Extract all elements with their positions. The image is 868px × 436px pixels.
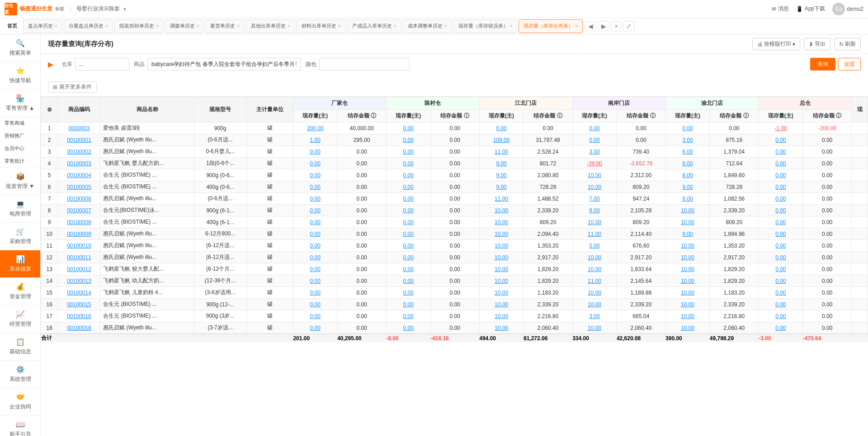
sidebar-item-wholesale[interactable]: 📦 批发管理 ▼	[0, 168, 40, 195]
collapse-arrow[interactable]: ▶	[48, 60, 53, 69]
tab-close-10[interactable]: ×	[510, 23, 513, 28]
cell-yb-amt: 712.64	[710, 158, 759, 169]
tab-expand-btn[interactable]: ⤢	[623, 21, 635, 31]
summary-na-amt: 42,620.08	[617, 334, 665, 342]
tab-prev-btn[interactable]: ◀	[585, 21, 596, 31]
cell-yb-qty: 10.00	[665, 252, 710, 263]
tab-assembly[interactable]: 组装拆卸单历史 ×	[114, 19, 164, 33]
cell-yb-qty: 10.00	[665, 287, 710, 299]
tab-next-btn[interactable]: ▶	[598, 21, 609, 31]
tab-material-out[interactable]: 材料出库单历史 ×	[297, 19, 346, 33]
cell-cj-qty: 0.00	[293, 216, 337, 228]
sidebar-item-finance[interactable]: 💰 资金管理	[0, 278, 40, 305]
user-avatar-area[interactable]: Ea demo2	[832, 3, 863, 15]
tab-close-6[interactable]: ×	[288, 23, 290, 28]
dropdown-arrow[interactable]: ▾	[123, 6, 126, 12]
tab-partial-inventory[interactable]: 分量盘点单历史 ×	[64, 19, 113, 33]
tab-close-1[interactable]: ×	[55, 23, 57, 28]
tab-close-7[interactable]: ×	[338, 23, 341, 28]
cell-zc-qty: 0.00	[759, 263, 803, 275]
tab-close-4[interactable]: ×	[197, 23, 199, 28]
cell-yb-qty: 10.00	[665, 275, 710, 287]
tab-close-2[interactable]: ×	[105, 23, 108, 28]
cell-na-amt: 0.00	[617, 122, 665, 134]
tab-finished-in[interactable]: 产成品入库单历史 ×	[347, 19, 401, 33]
tab-stock-status[interactable]: 现存量（库存状况表） ×	[453, 19, 518, 33]
expand-btn[interactable]: ⊞ 展开更多条件	[48, 81, 97, 93]
sidebar-sub-marketing[interactable]: 营销推广	[0, 130, 40, 142]
cell-spec: 900g (6-1...	[194, 205, 246, 216]
tab-inventory-history[interactable]: 盘点单历史 ×	[23, 19, 62, 33]
top-bar: 好生意 畅捷通好生意 标签 | 母婴行业演示陈套 ▾ ✉ 消息 📱 App下载 …	[0, 0, 868, 18]
tab-bar: 首页 盘点单历史 × 分量盘点单历史 × 组装拆卸单历史 × 调拨单历史 × 要…	[0, 18, 868, 34]
col-jb-qty: 现存量(主)	[479, 110, 524, 122]
warehouse-input[interactable]	[75, 58, 129, 70]
cell-now	[852, 287, 868, 299]
sidebar-item-search[interactable]: 🔍 搜索英单	[0, 34, 40, 62]
cell-yb-qty: 10.00	[665, 240, 710, 252]
sidebar-sub-stats[interactable]: 零售统计	[0, 155, 40, 168]
cell-cj-qty: 0.00	[293, 146, 337, 158]
tab-close-9[interactable]: ×	[444, 23, 447, 28]
sidebar-item-ecommerce[interactable]: 💻 电商管理	[0, 195, 40, 223]
tab-other-outbound[interactable]: 其他出库单历史 ×	[246, 19, 295, 33]
dropdown-label[interactable]: 母婴行业演示陈套	[76, 5, 120, 13]
cell-cc-qty: 0.00	[386, 240, 430, 252]
message-btn[interactable]: ✉ 消息	[772, 5, 789, 13]
cell-no: 18	[41, 322, 58, 334]
tab-stock-dist[interactable]: 现存量（库存分布表） ×	[519, 19, 583, 33]
cell-jb-qty: 0.00	[479, 122, 524, 134]
sidebar-item-nav[interactable]: ⭐ 快捷导航	[0, 62, 40, 89]
cell-na-amt: 2,060.40	[617, 322, 665, 334]
export-btn[interactable]: ⬇ 导出	[804, 38, 830, 50]
cell-unit: 罐	[246, 205, 293, 216]
sidebar-item-inventory[interactable]: 📊 库存核算	[0, 250, 40, 278]
cell-cj-qty: 200.00	[293, 122, 337, 134]
cell-jb-qty: 10.00	[479, 263, 524, 275]
cell-cc-amt: 0.00	[430, 216, 479, 228]
color-input[interactable]	[319, 58, 410, 70]
tab-close-all-btn[interactable]: ×	[611, 21, 621, 31]
tab-transfer[interactable]: 调拨单历史 ×	[165, 19, 204, 33]
sidebar-item-system[interactable]: ⚙️ 系统管理	[0, 361, 40, 388]
sidebar-sub-member[interactable]: 会员中心	[0, 142, 40, 155]
sidebar-item-retail[interactable]: 🏪 零售管理 ▲	[0, 89, 40, 117]
goods-label: 商品	[134, 61, 145, 68]
cell-cj-amt: 0.00	[337, 240, 386, 252]
cell-cc-qty: 0.00	[386, 122, 430, 134]
tab-requisition[interactable]: 要货单历史 ×	[205, 19, 245, 33]
cell-cc-qty: 0.00	[386, 205, 430, 216]
sidebar-sub-mall[interactable]: 零售商城	[0, 117, 40, 130]
cell-yb-qty: 8.00	[665, 193, 710, 205]
cell-spec: 400g (0-6...	[194, 181, 246, 193]
cell-zc-amt: 0.00	[803, 299, 852, 310]
sidebar-item-collab[interactable]: 🤝 企业协同	[0, 388, 40, 416]
tab-close-11[interactable]: ×	[575, 23, 578, 28]
warehouse-label: 仓库	[61, 61, 72, 68]
tab-home[interactable]: 首页	[3, 19, 22, 33]
table-container[interactable]: ⚙ 商品编码 商品名称 规格型号 主计量单位 厂家仓 陈村仓 江北门店 南岸门店…	[41, 97, 868, 436]
cell-code: 00100007	[58, 205, 100, 216]
col-warehouse-na: 南岸门店	[572, 97, 665, 110]
settings-btn[interactable]: 设置	[838, 58, 861, 70]
tab-cost-adjust[interactable]: 成本调整单历史 ×	[403, 19, 452, 33]
goods-input[interactable]	[147, 58, 301, 70]
sidebar-item-ops[interactable]: 📈 经营管理	[0, 305, 40, 333]
tab-close-5[interactable]: ×	[237, 23, 240, 28]
table-row: 16 00100015 合生元 (BIOSTIME) ... 900g (12-…	[41, 299, 868, 310]
sidebar-item-basic[interactable]: 📋 基础信息	[0, 333, 40, 361]
cell-now	[852, 275, 868, 287]
cell-jb-qty: 10.00	[479, 216, 524, 228]
tab-close-8[interactable]: ×	[394, 23, 396, 28]
app-download-btn[interactable]: 📱 App下载	[796, 5, 825, 13]
tab-close-3[interactable]: ×	[156, 23, 159, 28]
sidebar-item-purchase[interactable]: 🛒 采购管理	[0, 223, 40, 250]
cell-na-qty: 3.00	[572, 310, 617, 322]
sidebar-item-guide[interactable]: 📖 新手引导	[0, 416, 40, 436]
cell-code: 00100011	[58, 252, 100, 263]
print-btn[interactable]: 🖨 按模版打印 ▾	[752, 38, 800, 50]
col-cc-qty: 现存量(主)	[386, 110, 430, 122]
table-row: 17 00100016 合生元 (BIOSTIME) ... 900g (3岁.…	[41, 310, 868, 322]
query-btn[interactable]: 查询	[810, 58, 835, 70]
refresh-btn[interactable]: ↻ 刷新	[834, 38, 861, 50]
